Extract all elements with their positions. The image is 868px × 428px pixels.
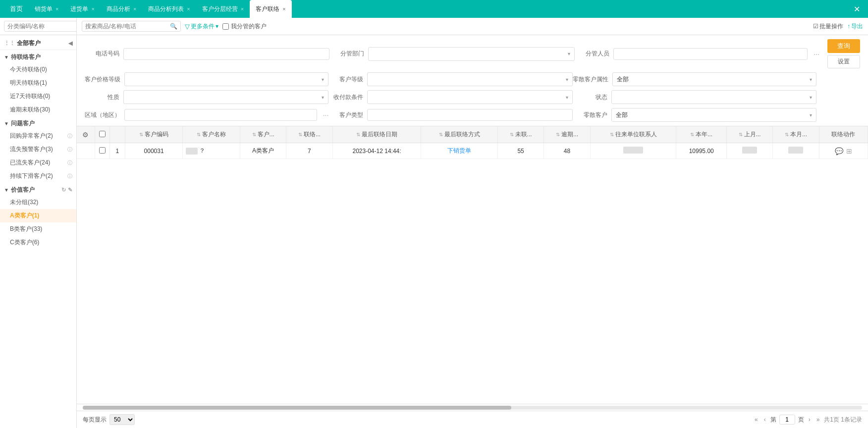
retail-select[interactable]: 全部 ▾ [611,108,816,122]
th-this-month[interactable]: 本月... [773,126,819,143]
cust-grade-select[interactable]: ▾ [367,72,572,86]
nav-tab-product-analysis[interactable]: 商品分析 × [101,0,142,18]
sidebar-item-declining[interactable]: 持续下滑客户(2) ⓘ [0,169,76,183]
retail-attr-select[interactable]: 全部 ▾ [612,72,816,86]
my-customers-check[interactable]: 我分管的客户 [222,22,267,31]
nav-tab-product-list[interactable]: 商品分析列表 × [142,0,196,18]
select-all-checkbox[interactable] [99,131,106,137]
sidebar-item-overdue[interactable]: 逾期未联络(30) [0,103,76,116]
sidebar-item-lost-warning[interactable]: 流失预警客户(3) ⓘ [0,143,76,156]
search-input[interactable] [85,23,168,30]
last-contact-method-link[interactable]: 下销货单 [447,147,471,154]
nature-label: 性质 [85,93,119,102]
sidebar-item-lost[interactable]: 已流失客户(24) ⓘ [0,156,76,169]
close-purchase-icon[interactable]: × [91,6,94,12]
page-prev-btn[interactable]: ‹ [762,416,767,423]
region-input[interactable] [124,109,317,121]
all-customers-label[interactable]: 全部客户 [17,39,41,48]
top-nav: 首页 销货单 × 进货单 × 商品分析 × 商品分析列表 × 客户分层经营 × … [0,0,868,18]
horizontal-scrollbar[interactable] [77,404,868,411]
close-salesorder-icon[interactable]: × [55,6,58,12]
page-first-btn[interactable]: « [753,416,760,423]
refresh-icon[interactable]: ↻ [61,187,66,193]
th-index [109,126,125,143]
sidebar-item-repurchase[interactable]: 回购异常客户(2) ⓘ [0,129,76,143]
window-close-button[interactable]: ✕ [850,4,864,14]
sidebar-item-class-c[interactable]: C类客户(6) [0,236,76,249]
page-input[interactable] [779,415,795,425]
filter-cell-cust-type: 客户类型 [328,109,572,121]
th-last-contact-method[interactable]: 最后联络方式 [421,126,498,143]
sidebar-collapse-icon[interactable]: ◀ [68,40,72,47]
problem-customers-label: 问题客户 [11,119,35,128]
batch-ops-btn[interactable]: ☑ 批量操作 [813,22,843,31]
sidebar-item-class-a[interactable]: A类客户(1) [0,209,76,222]
sidebar-item-tomorrow[interactable]: 明天待联络(1) [0,76,76,90]
sidebar-item-unclassified[interactable]: 未分组(32) [0,196,76,209]
nav-home[interactable]: 首页 [4,4,29,13]
export-btn[interactable]: ↑ 导出 [847,22,863,31]
th-gear[interactable]: ⚙ [77,126,95,143]
table-row: 1 000031 ？ A类客户 7 2023-04-12 14:44: 下销货单… [77,143,868,159]
per-page-select[interactable]: 50 100 [109,414,135,425]
message-icon[interactable]: 💬 [835,147,843,155]
sidebar-search-input[interactable] [4,21,77,32]
this-month-masked [788,147,803,154]
close-customer-contact-icon[interactable]: × [282,6,285,12]
scrollbar-thumb[interactable] [83,406,511,410]
sidebar-item-today[interactable]: 今天待联络(0) [0,63,76,76]
last-month-masked [742,147,757,154]
person-dots-icon[interactable]: ··· [814,50,819,58]
search-icon[interactable]: 🔍 [170,23,177,30]
th-no-contact[interactable]: 未联... [497,126,543,143]
my-customers-checkbox[interactable] [222,23,229,30]
th-contact[interactable]: 联络... [286,126,332,143]
page-next-btn[interactable]: › [807,416,812,423]
nature-select[interactable]: ▾ [123,90,328,104]
sidebar-item-class-b[interactable]: B类客户(33) [0,222,76,236]
nav-tab-purchase[interactable]: 进货单 × [64,0,100,18]
more-filter-btn[interactable]: ▽ 更多条件 ▾ [185,22,218,31]
th-overdue[interactable]: 逾期... [544,126,590,143]
filter-cell-price-grade: 客户价格等级 ▾ [85,72,328,86]
nav-tab-customer-tier[interactable]: 客户分层经营 × [196,0,250,18]
cust-type-input[interactable] [367,109,572,121]
page-last-btn[interactable]: » [815,416,821,423]
th-code[interactable]: 客户编码 [125,126,183,143]
sidebar-item-week[interactable]: 近7天待联络(0) [0,90,76,103]
close-product-list-icon[interactable]: × [187,6,190,12]
th-type[interactable]: 客户... [240,126,286,143]
price-grade-select[interactable]: ▾ [124,72,328,86]
close-product-analysis-icon[interactable]: × [133,6,136,12]
filter-row-4: 区域（地区） ··· 客户类型 零散客户 全部 ▾ [85,108,860,122]
nav-tab-customer-contact[interactable]: 客户联络 × [250,0,291,18]
edit-icon[interactable]: ✎ [68,187,72,193]
scrollbar-track [83,406,862,410]
filter-cell-status: 状态 ▾ [573,90,816,104]
td-action: 💬 ⊞ [819,143,868,159]
sidebar-search-area: 🔍 [0,18,76,35]
page-label: 第 [770,416,776,424]
filter-cell-phone: 电话号码 [85,48,329,60]
region-dots-icon[interactable]: ··· [323,111,329,119]
dept-select[interactable]: ▾ [368,47,574,61]
status-select[interactable]: ▾ [611,90,816,104]
payment-select[interactable]: ▾ [367,90,572,104]
phone-input[interactable] [123,48,329,60]
th-this-year[interactable]: 本年... [676,126,726,143]
th-last-month[interactable]: 上月... [726,126,772,143]
th-unit-contact[interactable]: 往来单位联系人 [590,126,676,143]
settings-button[interactable]: 设置 [827,55,860,68]
link-icon[interactable]: ⊞ [846,147,852,155]
nature-arrow-icon: ▾ [322,95,324,100]
close-customer-tier-icon[interactable]: × [241,6,244,12]
row-checkbox[interactable] [99,147,106,154]
td-name: ？ [183,143,240,159]
nav-tab-salesorder[interactable]: 销货单 × [29,0,64,18]
query-button[interactable]: 查询 [827,39,860,53]
gear-icon[interactable]: ⚙ [82,131,89,139]
th-name[interactable]: 客户名称 [183,126,240,143]
th-last-contact-date[interactable]: 最后联络日期 [332,126,421,143]
td-this-year: 10995.00 [676,143,726,159]
person-input[interactable] [613,48,808,60]
